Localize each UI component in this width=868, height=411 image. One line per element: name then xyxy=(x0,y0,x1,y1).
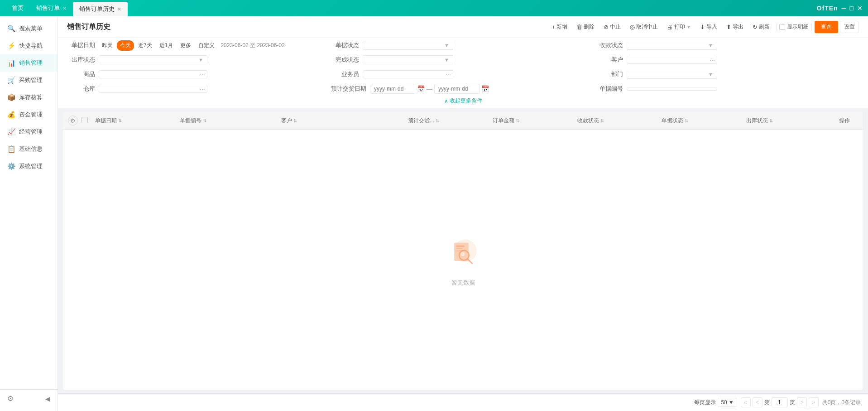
page-last-icon: » xyxy=(812,399,815,406)
query-label: 查询 xyxy=(821,23,832,31)
table-area: ⚙ 单据日期 ⇅ 单据编号 ⇅ 客户 ⇅ 预计交货... xyxy=(63,112,863,390)
new-icon: + xyxy=(552,24,556,30)
column-settings-button[interactable]: ⚙ xyxy=(68,116,78,126)
tab-sales-order-label: 销售订单 xyxy=(36,4,60,12)
warehouse-value xyxy=(99,87,198,90)
dept-chevron: ▼ xyxy=(708,72,713,77)
delivery-date-start[interactable] xyxy=(370,84,415,94)
bill-status-label: 单据状态 xyxy=(331,41,363,49)
display-toggle-checkbox[interactable] xyxy=(779,24,785,30)
date-today[interactable]: 今天 xyxy=(117,40,134,51)
delete-button[interactable]: 🗑 删除 xyxy=(573,21,598,33)
collapse-row: ∧ 收起更多条件 xyxy=(67,97,859,105)
receipt-status-chevron: ▼ xyxy=(708,43,713,48)
sidebar-item-quick-nav[interactable]: ⚡ 快捷导航 xyxy=(0,37,58,54)
sidebar-item-system-mgmt[interactable]: ⚙️ 系统管理 xyxy=(0,158,58,175)
sidebar-item-inventory[interactable]: 📦 库存核算 xyxy=(0,89,58,106)
sidebar-item-label-operation: 经营管理 xyxy=(19,128,43,136)
page-next-btn[interactable]: > xyxy=(797,397,807,407)
delete-label: 删除 xyxy=(584,23,595,31)
sidebar-item-label-inventory: 库存核算 xyxy=(19,93,43,102)
import-button[interactable]: ⬇ 导入 xyxy=(696,21,721,33)
sidebar-item-label-search-menu: 搜索菜单 xyxy=(19,24,43,33)
complete-status-select[interactable]: ▼ xyxy=(363,55,453,64)
page-number-input[interactable] xyxy=(772,397,788,407)
dept-select[interactable]: ▼ xyxy=(627,70,717,79)
sidebar-item-sales-mgmt[interactable]: 📊 销售管理 xyxy=(0,54,58,72)
sidebar-item-finance[interactable]: 💰 资金管理 xyxy=(0,106,58,123)
maximize-btn[interactable]: □ xyxy=(850,5,854,12)
collapse-button[interactable]: ∧ 收起更多条件 xyxy=(444,97,482,105)
delivery-date-end[interactable] xyxy=(434,84,480,94)
import-label: 导入 xyxy=(706,23,717,31)
sidebar-item-search-menu[interactable]: 🔍 搜索菜单 xyxy=(0,20,58,37)
col-header-date[interactable]: 单据日期 ⇅ xyxy=(95,117,180,125)
customer-value xyxy=(627,58,708,61)
col-header-delivery[interactable]: 预计交货... ⇅ xyxy=(408,117,493,125)
page-size-value: 50 xyxy=(721,399,727,406)
sidebar-item-label-base-info: 基础信息 xyxy=(19,145,43,153)
date-dash: — xyxy=(427,86,432,92)
display-toggle[interactable]: 显示明细 xyxy=(779,23,809,31)
goods-ellipsis[interactable]: ··· xyxy=(198,71,207,78)
page-first-btn[interactable]: « xyxy=(741,397,751,407)
col-amount-sort: ⇅ xyxy=(516,118,519,123)
tab-sales-order-close[interactable]: ✕ xyxy=(62,5,67,11)
query-button[interactable]: 查询 xyxy=(815,21,838,33)
filter-goods: 商品 ··· xyxy=(67,67,331,82)
brand-text: OfTEn xyxy=(817,5,838,12)
tab-sales-order-history-close[interactable]: ✕ xyxy=(117,6,121,12)
col-header-out[interactable]: 出库状态 ⇅ xyxy=(746,117,831,125)
page-prev-btn[interactable]: < xyxy=(753,397,762,407)
stop-icon: ⊘ xyxy=(604,24,609,30)
close-btn[interactable]: ✕ xyxy=(857,5,863,12)
svg-rect-3 xyxy=(456,248,462,249)
col-date-sort: ⇅ xyxy=(118,118,122,123)
col-header-receipt[interactable]: 收款状态 ⇅ xyxy=(577,117,662,125)
salesperson-value xyxy=(363,73,444,76)
stop-button[interactable]: ⊘ 中止 xyxy=(600,21,624,33)
refresh-button[interactable]: ↻ 刷新 xyxy=(749,21,773,33)
date-more[interactable]: 更多 xyxy=(177,40,194,51)
export-button[interactable]: ⬆ 导出 xyxy=(723,21,747,33)
sidebar-item-operation[interactable]: 📈 经营管理 xyxy=(0,123,58,140)
toolbar-divider2 xyxy=(811,24,812,31)
date-yesterday[interactable]: 昨天 xyxy=(99,40,116,51)
tab-sales-order-history[interactable]: 销售订单历史 ✕ xyxy=(73,2,128,16)
out-status-select[interactable]: ▼ xyxy=(99,55,207,64)
minimize-btn[interactable]: ─ xyxy=(842,5,846,12)
col-header-number[interactable]: 单据编号 ⇅ xyxy=(180,117,281,125)
start-calendar-icon[interactable]: 📅 xyxy=(417,85,425,92)
page-last-btn[interactable]: » xyxy=(809,397,819,407)
bill-status-chevron: ▼ xyxy=(444,43,449,48)
date-1month[interactable]: 近1月 xyxy=(156,40,177,51)
print-button[interactable]: 🖨 打印 ▼ xyxy=(663,21,695,33)
sidebar-collapse-icon[interactable]: ◀ xyxy=(45,395,50,402)
tab-home[interactable]: 首页 xyxy=(5,0,30,16)
col-header-amount[interactable]: 订单金额 ⇅ xyxy=(493,117,577,125)
end-calendar-icon[interactable]: 📅 xyxy=(481,85,489,92)
settings-button[interactable]: 设置 xyxy=(840,21,859,33)
page-size-select[interactable]: 50 ▼ xyxy=(718,398,737,407)
col-header-status[interactable]: 单据状态 ⇅ xyxy=(662,117,746,125)
col-header-customer[interactable]: 客户 ⇅ xyxy=(281,117,408,125)
cancel-stop-button[interactable]: ◎ 取消中止 xyxy=(626,21,662,33)
salesperson-ellipsis[interactable]: ··· xyxy=(444,71,453,78)
sidebar-item-base-info[interactable]: 📋 基础信息 xyxy=(0,140,58,158)
customer-ellipsis[interactable]: ··· xyxy=(708,56,717,63)
filter-grid-row3: 商品 ··· 业务员 ··· 部门 xyxy=(67,67,859,82)
receipt-status-select[interactable]: ▼ xyxy=(627,41,717,50)
warehouse-ellipsis[interactable]: ··· xyxy=(198,85,207,92)
sidebar-settings-icon[interactable]: ⚙ xyxy=(7,394,14,403)
page-size-prefix-label: 每页显示 xyxy=(694,399,716,406)
col-action-label: 操作 xyxy=(839,117,850,124)
date-7days[interactable]: 近7天 xyxy=(135,40,155,51)
sidebar-item-label-purchase-mgmt: 采购管理 xyxy=(19,76,43,84)
new-button[interactable]: + 新增 xyxy=(548,21,571,33)
select-all-checkbox[interactable] xyxy=(82,117,88,123)
bill-status-select[interactable]: ▼ xyxy=(363,41,453,50)
date-custom[interactable]: 自定义 xyxy=(195,40,218,51)
filter-receipt-status: 收款状态 ▼ xyxy=(595,38,859,53)
tab-sales-order[interactable]: 销售订单 ✕ xyxy=(30,0,73,16)
sidebar-item-purchase-mgmt[interactable]: 🛒 采购管理 xyxy=(0,72,58,89)
